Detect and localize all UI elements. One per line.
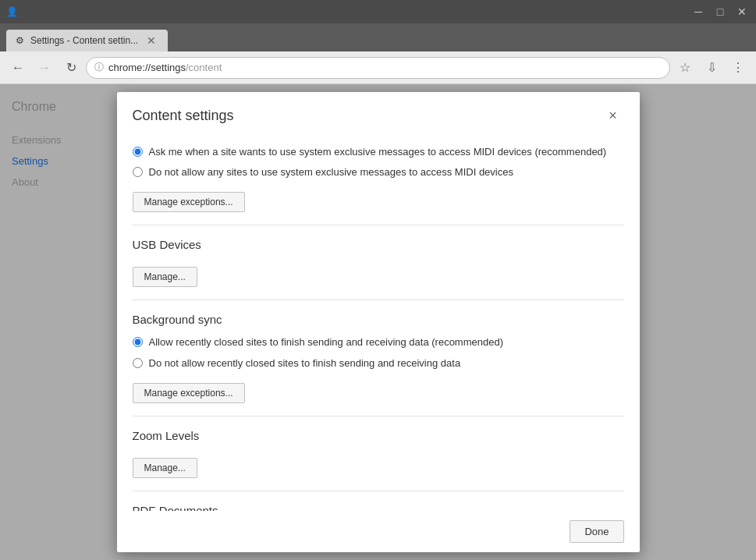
dialog-footer: Done <box>117 511 640 552</box>
tab-bar: ⚙ Settings - Content settin... ✕ <box>0 23 756 51</box>
background-sync-title: Background sync <box>133 313 624 326</box>
midi-radio-1: Ask me when a site wants to use system e… <box>133 145 624 159</box>
pdf-section-title: PDF Documents <box>133 504 624 511</box>
sync-manage-exceptions-button[interactable]: Manage exceptions... <box>133 383 245 403</box>
midi-radio-ask-label: Ask me when a site wants to use system e… <box>149 145 607 159</box>
midi-section: Ask me when a site wants to use system e… <box>133 133 624 225</box>
background-sync-section: Background sync Allow recently closed si… <box>133 299 624 415</box>
nav-actions: ☆ ⇩ ⋮ <box>673 56 750 80</box>
content-settings-dialog: Content settings × Ask me when a site wa… <box>117 92 640 552</box>
bookmark-button[interactable]: ☆ <box>673 56 697 80</box>
midi-radio-deny-label: Do not allow any sites to use system exc… <box>149 165 513 179</box>
usb-section-title: USB Devices <box>133 238 624 251</box>
sync-radio-deny-input[interactable] <box>133 358 143 368</box>
midi-manage-exceptions-button[interactable]: Manage exceptions... <box>133 192 245 212</box>
menu-button[interactable]: ⋮ <box>726 56 750 80</box>
address-chrome-part: chrome://settings <box>108 62 186 73</box>
title-bar-left: 👤 <box>6 6 18 17</box>
modal-overlay: Content settings × Ask me when a site wa… <box>0 84 756 560</box>
sync-radio-1: Allow recently closed sites to finish se… <box>133 335 624 349</box>
window-controls: ─ □ ✕ <box>690 4 750 19</box>
pdf-section: PDF Documents Open PDF files in the defa… <box>133 491 624 511</box>
back-button[interactable]: ← <box>6 56 30 80</box>
close-window-button[interactable]: ✕ <box>734 4 750 19</box>
zoom-section: Zoom Levels Manage... <box>133 416 624 491</box>
midi-radio-2: Do not allow any sites to use system exc… <box>133 165 624 179</box>
usb-section: USB Devices Manage... <box>133 225 624 299</box>
minimize-button[interactable]: ─ <box>690 4 706 19</box>
done-button[interactable]: Done <box>570 520 623 543</box>
address-bar[interactable]: ⓘ chrome://settings/content <box>86 57 670 79</box>
dialog-body[interactable]: Ask me when a site wants to use system e… <box>117 133 640 511</box>
page-content: Chrome Extensions Settings About Content… <box>0 84 756 560</box>
maximize-button[interactable]: □ <box>712 4 728 19</box>
nav-bar: ← → ↻ ⓘ chrome://settings/content ☆ ⇩ ⋮ <box>0 51 756 84</box>
sync-radio-allow-label: Allow recently closed sites to finish se… <box>149 335 504 349</box>
sync-radio-2: Do not allow recently closed sites to fi… <box>133 356 624 370</box>
sync-radio-deny-label: Do not allow recently closed sites to fi… <box>149 356 461 370</box>
sync-radio-allow-input[interactable] <box>133 337 143 347</box>
zoom-section-title: Zoom Levels <box>133 429 624 442</box>
reload-button[interactable]: ↻ <box>59 56 83 80</box>
tab-title: Settings - Content settin... <box>30 35 138 46</box>
tab-favicon: ⚙ <box>16 35 24 46</box>
midi-radio-ask-input[interactable] <box>133 147 143 157</box>
dialog-header: Content settings × <box>117 92 640 133</box>
usb-manage-button[interactable]: Manage... <box>133 267 197 287</box>
downloads-button[interactable]: ⇩ <box>700 56 723 80</box>
tab-close-button[interactable]: ✕ <box>144 34 158 48</box>
info-icon: ⓘ <box>94 61 104 74</box>
active-tab[interactable]: ⚙ Settings - Content settin... ✕ <box>6 30 168 51</box>
dialog-close-button[interactable]: × <box>602 105 624 126</box>
title-bar: 👤 ─ □ ✕ <box>0 0 756 23</box>
midi-radio-deny-input[interactable] <box>133 167 143 177</box>
zoom-manage-button[interactable]: Manage... <box>133 458 197 478</box>
address-text: chrome://settings/content <box>108 62 662 73</box>
profile-icon: 👤 <box>6 6 18 17</box>
forward-button[interactable]: → <box>33 56 56 80</box>
dialog-title: Content settings <box>133 108 234 124</box>
address-path-part: /content <box>186 62 222 73</box>
